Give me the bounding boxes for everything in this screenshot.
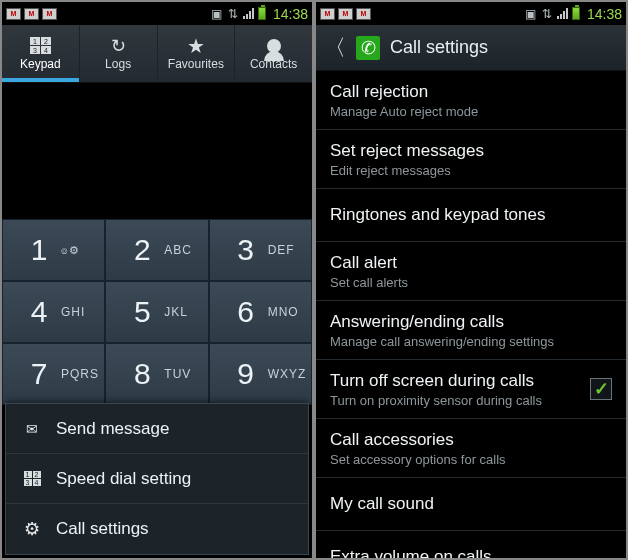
status-right: ▣ ⇅ 14:38 xyxy=(211,6,308,22)
key-digit: 1 xyxy=(27,233,51,267)
menu-label: Speed dial setting xyxy=(56,469,191,489)
options-menu: ✉ Send message 1234 Speed dial setting ⚙… xyxy=(5,403,309,555)
phone-dialer-screen: ▣ ⇅ 14:38 1234 Keypad ↻ Logs ★ Favourite… xyxy=(2,2,312,558)
battery-icon xyxy=(258,7,266,20)
item-title: Set reject messages xyxy=(330,140,612,162)
key-letters: ABC xyxy=(164,243,192,257)
item-title: Ringtones and keypad tones xyxy=(330,204,612,226)
menu-label: Call settings xyxy=(56,519,149,539)
key-letters: GHI xyxy=(61,305,85,319)
key-8[interactable]: 8 TUV xyxy=(105,343,208,405)
envelope-icon: ✉ xyxy=(22,420,42,438)
status-bar: ▣ ⇅ 14:38 xyxy=(316,2,626,25)
item-my-call-sound[interactable]: My call sound xyxy=(316,478,626,531)
settings-list[interactable]: Call rejection Manage Auto reject mode S… xyxy=(316,71,626,558)
status-clock: 14:38 xyxy=(273,6,308,22)
key-digit: 4 xyxy=(27,295,51,329)
item-set-reject-messages[interactable]: Set reject messages Edit reject messages xyxy=(316,130,626,189)
item-sub: Manage call answering/ending settings xyxy=(330,334,612,349)
item-sub: Manage Auto reject mode xyxy=(330,104,612,119)
status-right: ▣ ⇅ 14:38 xyxy=(525,6,622,22)
nfc-icon: ▣ xyxy=(525,8,537,20)
speed-dial-icon: 1234 xyxy=(22,470,42,488)
item-turn-off-screen[interactable]: Turn off screen during calls Turn on pro… xyxy=(316,360,626,419)
number-display xyxy=(2,83,312,219)
tab-favourites[interactable]: ★ Favourites xyxy=(158,25,236,82)
gmail-icon xyxy=(24,8,39,20)
item-title: Extra volume on calls xyxy=(330,546,612,558)
item-title: Call accessories xyxy=(330,429,612,451)
item-answering-ending[interactable]: Answering/ending calls Manage call answe… xyxy=(316,301,626,360)
key-letters: MNO xyxy=(268,305,299,319)
status-bar: ▣ ⇅ 14:38 xyxy=(2,2,312,25)
key-4[interactable]: 4 GHI xyxy=(2,281,105,343)
key-7[interactable]: 7 PQRS xyxy=(2,343,105,405)
menu-send-message[interactable]: ✉ Send message xyxy=(6,404,308,454)
key-letters: WXYZ xyxy=(268,367,307,381)
menu-speed-dial[interactable]: 1234 Speed dial setting xyxy=(6,454,308,504)
key-1[interactable]: 1 ⌾⚙ xyxy=(2,219,105,281)
key-letters: PQRS xyxy=(61,367,99,381)
key-digit: 5 xyxy=(130,295,154,329)
item-extra-volume[interactable]: Extra volume on calls xyxy=(316,531,626,558)
nfc-icon: ▣ xyxy=(211,8,223,20)
key-digit: 6 xyxy=(234,295,258,329)
key-digit: 9 xyxy=(234,357,258,391)
item-sub: Set call alerts xyxy=(330,275,612,290)
wifi-icon: ⇅ xyxy=(227,8,239,20)
item-sub: Set accessory options for calls xyxy=(330,452,612,467)
item-title: Call rejection xyxy=(330,81,612,103)
tab-label: Keypad xyxy=(20,57,61,71)
key-digit: 7 xyxy=(27,357,51,391)
signal-icon xyxy=(557,8,568,19)
menu-call-settings[interactable]: ⚙ Call settings xyxy=(6,504,308,554)
item-title: My call sound xyxy=(330,493,612,515)
contacts-icon xyxy=(264,37,284,55)
item-sub: Edit reject messages xyxy=(330,163,612,178)
phone-app-icon: ✆ xyxy=(356,36,380,60)
item-call-rejection[interactable]: Call rejection Manage Auto reject mode xyxy=(316,71,626,130)
voicemail-icon: ⌾⚙ xyxy=(61,244,80,257)
tab-contacts[interactable]: Contacts xyxy=(235,25,312,82)
status-clock: 14:38 xyxy=(587,6,622,22)
tab-logs[interactable]: ↻ Logs xyxy=(80,25,158,82)
key-letters: JKL xyxy=(164,305,188,319)
key-letters: TUV xyxy=(164,367,191,381)
item-call-alert[interactable]: Call alert Set call alerts xyxy=(316,242,626,301)
signal-icon xyxy=(243,8,254,19)
tab-label: Favourites xyxy=(168,57,224,71)
wifi-icon: ⇅ xyxy=(541,8,553,20)
key-5[interactable]: 5 JKL xyxy=(105,281,208,343)
star-icon: ★ xyxy=(186,37,206,55)
item-call-accessories[interactable]: Call accessories Set accessory options f… xyxy=(316,419,626,478)
tab-keypad[interactable]: 1234 Keypad xyxy=(2,25,80,82)
key-3[interactable]: 3 DEF xyxy=(209,219,312,281)
gmail-icon xyxy=(6,8,21,20)
key-2[interactable]: 2 ABC xyxy=(105,219,208,281)
status-left xyxy=(320,8,371,20)
battery-icon xyxy=(572,7,580,20)
item-title: Call alert xyxy=(330,252,612,274)
item-ringtones-keypad-tones[interactable]: Ringtones and keypad tones xyxy=(316,189,626,242)
settings-header[interactable]: 〈 ✆ Call settings xyxy=(316,25,626,71)
item-title: Turn off screen during calls xyxy=(330,370,580,392)
item-sub: Turn on proximity sensor during calls xyxy=(330,393,580,408)
settings-title: Call settings xyxy=(390,37,488,58)
dialer-tabs: 1234 Keypad ↻ Logs ★ Favourites Contacts xyxy=(2,25,312,83)
dial-keypad: 1 ⌾⚙ 2 ABC 3 DEF 4 GHI 5 JKL 6 MNO 7 PQR… xyxy=(2,219,312,405)
item-title: Answering/ending calls xyxy=(330,311,612,333)
key-9[interactable]: 9 WXYZ xyxy=(209,343,312,405)
back-icon[interactable]: 〈 xyxy=(324,33,346,63)
gmail-icon xyxy=(356,8,371,20)
key-6[interactable]: 6 MNO xyxy=(209,281,312,343)
gmail-icon xyxy=(42,8,57,20)
checkbox[interactable]: ✓ xyxy=(590,378,612,400)
key-digit: 3 xyxy=(234,233,258,267)
tab-label: Logs xyxy=(105,57,131,71)
status-left xyxy=(6,8,57,20)
menu-label: Send message xyxy=(56,419,169,439)
keypad-icon: 1234 xyxy=(30,37,50,55)
gmail-icon xyxy=(338,8,353,20)
key-digit: 2 xyxy=(130,233,154,267)
gmail-icon xyxy=(320,8,335,20)
